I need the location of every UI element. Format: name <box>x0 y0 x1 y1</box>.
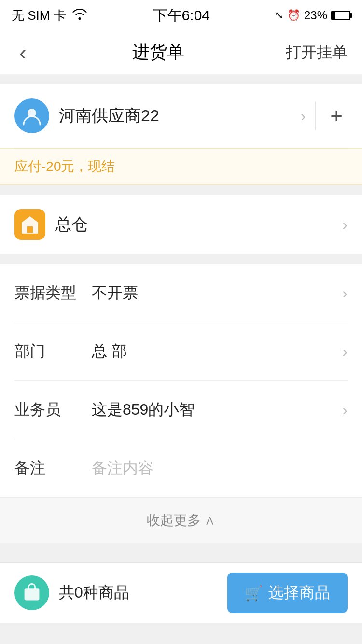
nav-bar: ‹ 进货单 打开挂单 <box>0 31 362 74</box>
location-icon: ⤡ <box>275 9 283 22</box>
section-gap-1 <box>0 74 362 84</box>
salesman-value: 这是859的小智 <box>82 399 342 420</box>
select-label: 选择商品 <box>268 582 330 603</box>
department-row[interactable]: 部门 总 部 › <box>14 322 348 380</box>
status-right: ⤡ ⏰ 23% <box>275 9 350 22</box>
form-section: 票据类型 不开票 › 部门 总 部 › 业务员 这是859的小智 › 备注 备注… <box>0 264 362 497</box>
svg-rect-1 <box>27 226 33 233</box>
supplier-name: 河南供应商22 <box>59 105 301 127</box>
invoice-row[interactable]: 票据类型 不开票 › <box>14 264 348 322</box>
department-chevron-icon: › <box>342 343 348 361</box>
status-bar: 无 SIM 卡 下午6:04 ⤡ ⏰ 23% <box>0 0 362 31</box>
warehouse-icon-wrap <box>14 209 45 240</box>
supplier-chevron-icon: › <box>301 107 306 125</box>
notice-banner: 应付-20元，现结 <box>0 148 362 185</box>
collapse-toggle[interactable]: 收起更多 ∧ <box>0 497 362 543</box>
warehouse-section[interactable]: 总仓 › <box>0 195 362 254</box>
status-left: 无 SIM 卡 <box>12 7 88 24</box>
page-title: 进货单 <box>132 41 184 64</box>
back-button[interactable]: ‹ <box>14 36 31 70</box>
bottom-bar: 共0种商品 🛒 选择商品 <box>0 562 362 623</box>
salesman-row[interactable]: 业务员 这是859的小智 › <box>14 380 348 439</box>
warehouse-name: 总仓 <box>55 213 342 236</box>
select-product-button[interactable]: 🛒 选择商品 <box>227 573 348 613</box>
remark-row[interactable]: 备注 备注内容 <box>14 439 348 497</box>
department-label: 部门 <box>14 341 82 362</box>
supplier-section: 河南供应商22 › + <box>0 84 362 148</box>
product-count: 共0种商品 <box>59 582 227 603</box>
supplier-row[interactable]: 河南供应商22 › + <box>14 84 348 148</box>
invoice-value: 不开票 <box>82 282 342 304</box>
alarm-icon: ⏰ <box>287 9 300 22</box>
remark-placeholder[interactable]: 备注内容 <box>82 458 348 479</box>
wifi-icon <box>71 8 88 23</box>
product-icon-wrap <box>14 575 49 610</box>
open-pending-button[interactable]: 打开挂单 <box>286 42 348 63</box>
section-gap-4 <box>0 543 362 553</box>
warehouse-row[interactable]: 总仓 › <box>14 195 348 254</box>
page-background <box>0 623 362 644</box>
select-icon: 🛒 <box>245 585 263 602</box>
add-button[interactable]: + <box>325 104 348 128</box>
supplier-avatar <box>14 98 49 133</box>
divider <box>315 101 316 130</box>
remark-label: 备注 <box>14 458 82 479</box>
carrier-text: 无 SIM 卡 <box>12 7 66 24</box>
invoice-label: 票据类型 <box>14 282 82 304</box>
section-gap-3 <box>0 254 362 264</box>
svg-rect-2 <box>25 588 40 600</box>
section-gap-2 <box>0 185 362 195</box>
department-value: 总 部 <box>82 341 342 362</box>
status-time: 下午6:04 <box>153 6 210 26</box>
battery-text: 23% <box>304 9 327 22</box>
warehouse-chevron-icon: › <box>342 216 348 234</box>
salesman-chevron-icon: › <box>342 401 348 419</box>
salesman-label: 业务员 <box>14 399 82 420</box>
invoice-chevron-icon: › <box>342 284 348 302</box>
battery-icon <box>331 11 350 20</box>
